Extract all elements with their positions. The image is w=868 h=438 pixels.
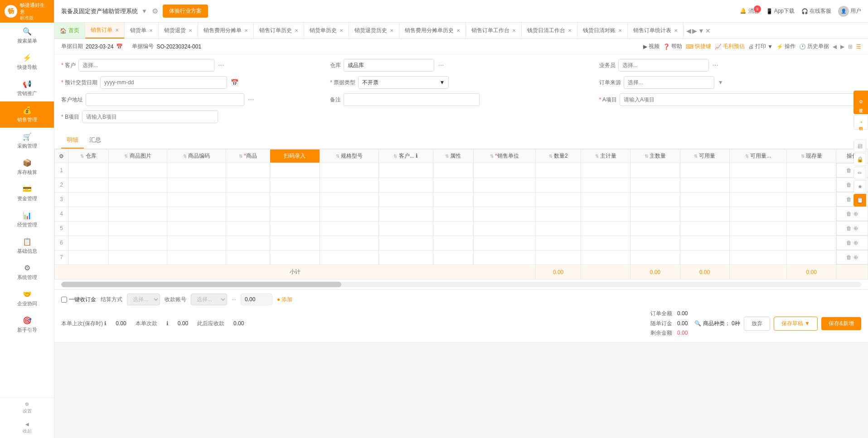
row-6-attr[interactable] — [433, 236, 473, 250]
tab-return-history[interactable]: 销货退货历史 ✕ — [349, 23, 399, 39]
row-1-image[interactable] — [108, 163, 167, 178]
row-6-delete-icon[interactable]: 🗑 — [846, 240, 852, 246]
address-more-icon[interactable]: ··· — [248, 96, 254, 104]
row-2-attr[interactable] — [433, 178, 473, 192]
customer-more-icon[interactable]: ··· — [218, 61, 224, 69]
row-5-customer-code[interactable] — [378, 221, 433, 236]
staff-input[interactable] — [618, 59, 709, 72]
tab-detail[interactable]: 明细 — [61, 132, 84, 149]
row-1-available2[interactable] — [729, 163, 786, 178]
row-4-scan[interactable] — [270, 207, 320, 221]
one-click-checkbox[interactable]: 一键收订金 — [61, 296, 96, 303]
sidebar-item-marketing[interactable]: 📢 营销推广 — [0, 75, 54, 101]
row-3-image[interactable] — [108, 192, 167, 207]
row-7-attr[interactable] — [433, 250, 473, 265]
tab-reconcile[interactable]: 钱货日清对账 ✕ — [577, 23, 628, 39]
row-7-customer-code[interactable] — [378, 250, 433, 265]
sidebar-item-collab[interactable]: 🤝 企业协同 — [0, 285, 54, 312]
row-5-available[interactable] — [680, 221, 729, 236]
row-7-product[interactable] — [226, 250, 270, 265]
row-5-unit[interactable] — [473, 221, 536, 236]
row-1-stock[interactable] — [787, 163, 836, 178]
row-7-copy-icon[interactable]: ⊕ — [853, 254, 858, 260]
row-4-available2[interactable] — [729, 207, 786, 221]
row-3-stock[interactable] — [787, 192, 836, 207]
row-7-qty2[interactable] — [536, 250, 581, 265]
tab-close-icon[interactable]: ✕ — [115, 28, 119, 33]
row-4-main-qty[interactable] — [630, 207, 680, 221]
tab-close-icon[interactable]: ✕ — [568, 28, 572, 33]
address-input[interactable] — [86, 93, 244, 106]
col-settings[interactable]: ⚙ — [55, 149, 68, 163]
row-1-spec[interactable] — [320, 163, 379, 178]
row-5-spec[interactable] — [320, 221, 379, 236]
sidebar-item-quicknav[interactable]: ⚡ 快捷导航 — [0, 49, 54, 75]
tab-prev-icon[interactable]: ◀ — [686, 27, 691, 34]
row-5-main-unit[interactable] — [581, 221, 630, 236]
side-action-2[interactable]: 🔒 — [853, 153, 866, 166]
staff-more-icon[interactable]: ··· — [713, 61, 718, 69]
sidebar-item-search[interactable]: 🔍 搜索菜单 — [0, 23, 54, 49]
row-6-stock[interactable] — [787, 236, 836, 250]
warehouse-more-icon[interactable]: ··· — [438, 61, 444, 69]
row-7-spec[interactable] — [320, 250, 379, 265]
app-download[interactable]: 📱 App下载 — [766, 7, 795, 15]
col-available[interactable]: ⇅ 可用量 — [680, 149, 729, 163]
row-4-unit[interactable] — [473, 207, 536, 221]
sidebar-item-inventory[interactable]: 📦 库存核算 — [0, 154, 54, 180]
tab-sales-order[interactable]: 销售订单 ✕ — [85, 23, 125, 39]
row-7-available2[interactable] — [729, 250, 786, 265]
delivery-calendar-icon[interactable]: 📅 — [231, 79, 238, 86]
row-3-warehouse[interactable] — [68, 192, 109, 207]
print-action[interactable]: 🖨 打印 ▼ — [748, 43, 773, 50]
row-2-available2[interactable] — [729, 178, 786, 192]
settings-gear-icon[interactable]: ⚙ — [152, 7, 158, 15]
col-code[interactable]: ⇅ 商品编码 — [167, 149, 226, 163]
sidebar-item-purchase[interactable]: 🛒 采购管理 — [0, 128, 54, 154]
row-7-image[interactable] — [108, 250, 167, 265]
row-4-warehouse[interactable] — [68, 207, 109, 221]
customer-input[interactable] — [78, 59, 214, 72]
amount-input[interactable] — [241, 294, 272, 305]
row-7-scan[interactable] — [270, 250, 320, 265]
col-available2[interactable]: ⇅ 可用量... — [729, 149, 786, 163]
row-7-stock[interactable] — [787, 250, 836, 265]
row-2-spec[interactable] — [320, 178, 379, 192]
row-3-code[interactable] — [167, 192, 226, 207]
col-warehouse[interactable]: ⇅ 仓库 — [68, 149, 109, 163]
row-4-attr[interactable] — [433, 207, 473, 221]
row-6-main-unit[interactable] — [581, 236, 630, 250]
row-4-qty2[interactable] — [536, 207, 581, 221]
project-a-input[interactable] — [620, 93, 861, 106]
row-5-code[interactable] — [167, 221, 226, 236]
row-1-main-qty[interactable] — [630, 163, 680, 178]
order-source-input[interactable] — [624, 76, 714, 89]
row-7-main-unit[interactable] — [581, 250, 630, 265]
row-3-main-unit[interactable] — [581, 192, 630, 207]
row-1-attr[interactable] — [433, 163, 473, 178]
row-1-product[interactable] — [226, 163, 270, 178]
row-2-scan[interactable] — [270, 178, 320, 192]
row-4-code[interactable] — [167, 207, 226, 221]
tab-close-icon[interactable]: ✕ — [189, 28, 192, 33]
nav-prev-icon[interactable]: ◀ — [833, 43, 837, 50]
row-1-code[interactable] — [167, 163, 226, 178]
tab-goods-history[interactable]: 销货单历史 ✕ — [304, 23, 349, 39]
row-3-delete-icon[interactable]: 🗑 — [846, 196, 852, 202]
row-4-image[interactable] — [108, 207, 167, 221]
row-5-image[interactable] — [108, 221, 167, 236]
row-6-qty2[interactable] — [536, 236, 581, 250]
project-b-input[interactable] — [82, 111, 218, 123]
row-5-attr[interactable] — [433, 221, 473, 236]
row-6-spec[interactable] — [320, 236, 379, 250]
calendar-icon[interactable]: 📅 — [116, 43, 123, 50]
view-action[interactable]: ▶ 视频 — [643, 43, 659, 50]
col-main-qty[interactable]: ⇅ 主数量 — [630, 149, 680, 163]
side-action-3[interactable]: ✏ — [853, 167, 866, 179]
history-action[interactable]: 🕐 历史单据 — [799, 43, 829, 50]
row-7-code[interactable] — [167, 250, 226, 265]
side-action-5[interactable]: 📋 — [853, 194, 866, 207]
row-7-main-qty[interactable] — [630, 250, 680, 265]
row-5-copy-icon[interactable]: ⊕ — [853, 225, 858, 231]
save-new-button[interactable]: 保存&新增 — [821, 317, 861, 330]
